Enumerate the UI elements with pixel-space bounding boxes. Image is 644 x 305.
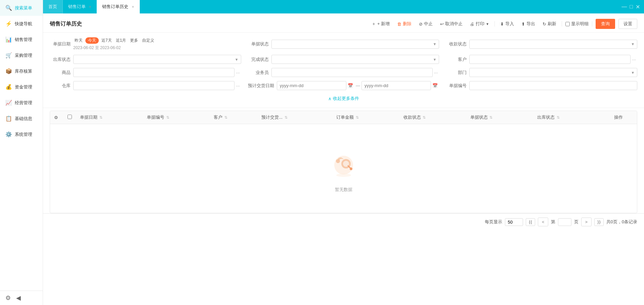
sidebar-item-sales-mgmt[interactable]: 📊 销售管理: [0, 32, 43, 47]
delete-button[interactable]: 🗑 删除: [395, 20, 414, 28]
th-delivery-status: 出库状态 ⇅: [533, 111, 600, 124]
stop-button[interactable]: ⊘ 中止: [417, 20, 435, 28]
th-expected-date-sort-icon[interactable]: ⇅: [285, 115, 288, 119]
expected-date-start[interactable]: [277, 81, 346, 90]
salesperson-dots-button[interactable]: ···: [433, 70, 439, 75]
refresh-button[interactable]: ↻ 刷新: [541, 20, 558, 28]
sidebar-item-label: 资金管理: [15, 84, 32, 90]
settings-button[interactable]: 设置: [618, 19, 637, 29]
date-btn-custom[interactable]: 自定义: [141, 37, 156, 44]
cancel-stop-icon: ↩: [440, 22, 444, 27]
th-order-no-label: 单据编号: [147, 115, 164, 120]
receipt-status-select[interactable]: [469, 40, 637, 49]
purchase-mgmt-icon: 🛒: [5, 52, 12, 59]
th-order-no-sort-icon[interactable]: ⇅: [166, 115, 169, 119]
table-settings-icon[interactable]: ⚙: [54, 115, 58, 120]
select-all-checkbox[interactable]: [68, 115, 72, 119]
completion-status-label: 完成状态: [248, 56, 271, 63]
last-page-button[interactable]: ⟩⟩: [594, 218, 604, 226]
tab-sales-order[interactable]: 销售订单 ×: [63, 0, 97, 13]
new-button[interactable]: ＋ + 新增: [370, 20, 392, 28]
th-date-sort-icon[interactable]: ⇅: [99, 115, 102, 119]
th-delivery-status-sort-icon[interactable]: ⇅: [557, 115, 560, 119]
tab-sales-order-history-close[interactable]: ×: [132, 5, 134, 9]
window-minimize-icon[interactable]: —: [621, 4, 627, 10]
prev-page-button[interactable]: ＜: [538, 218, 548, 226]
sidebar-item-quick-nav[interactable]: ⚡ 快捷导航: [0, 16, 43, 32]
salesperson-input[interactable]: [271, 68, 433, 77]
goods-dots-button[interactable]: ···: [234, 70, 241, 75]
warehouse-dots-button[interactable]: ···: [234, 83, 241, 88]
delivery-status-label: 出库状态: [50, 56, 73, 63]
th-amount-sort-icon[interactable]: ⇅: [356, 115, 359, 119]
window-maximize-icon[interactable]: □: [630, 4, 633, 10]
expected-date-end[interactable]: [361, 81, 431, 90]
toolbar-divider2: [562, 21, 562, 27]
table-wrapper: ⚙ 单据日期 ⇅ 单据编号 ⇅: [50, 111, 637, 213]
th-order-status-sort-icon[interactable]: ⇅: [489, 115, 492, 119]
total-text: 共0页，0条记录: [606, 219, 637, 225]
tab-sales-order-close[interactable]: ×: [89, 5, 91, 9]
th-amount-label: 订单金额: [336, 115, 354, 120]
stop-label: 中止: [424, 21, 433, 27]
customer-input[interactable]: [469, 55, 631, 64]
calendar-icon-end[interactable]: 📅: [431, 83, 439, 88]
date-btn-today[interactable]: 今天: [85, 37, 99, 44]
date-btn-7days[interactable]: 近7天: [100, 37, 113, 44]
first-page-button[interactable]: ⟨⟨: [526, 218, 535, 226]
order-no-input[interactable]: [469, 81, 637, 90]
sidebar-item-finance[interactable]: 💰 资金管理: [0, 79, 43, 95]
date-btn-more[interactable]: 更多: [129, 37, 139, 44]
sidebar-item-inventory[interactable]: 📦 库存核算: [0, 63, 43, 79]
delivery-status-select[interactable]: [73, 55, 241, 64]
th-receipt-status-sort-icon[interactable]: ⇅: [423, 115, 426, 119]
sidebar-collapse-icon[interactable]: ◀: [16, 294, 21, 302]
import-button[interactable]: ⬇ 导入: [498, 20, 516, 28]
page-size-select[interactable]: 10 20 50 100: [505, 218, 523, 226]
export-button[interactable]: ⬆ 导出: [519, 20, 537, 28]
page-label-end: 页: [574, 219, 578, 225]
svg-point-4: [350, 167, 352, 170]
cancel-stop-button[interactable]: ↩ 取消中止: [438, 20, 465, 28]
filter-goods: 商品 ···: [50, 68, 241, 77]
sidebar-bottom: ⚙ ◀: [0, 291, 43, 305]
th-customer-sort-icon[interactable]: ⇅: [224, 115, 227, 119]
completion-status-select[interactable]: [271, 55, 439, 64]
customer-dots-button[interactable]: ···: [631, 57, 637, 62]
sidebar-item-label: 基础信息: [15, 116, 32, 122]
tab-home[interactable]: 首页: [43, 0, 63, 13]
main-area: 首页 销售订单 × 销售订单历史 × — □ ✕ 销售订单历史 ＋ + 新增: [43, 0, 644, 305]
next-page-button[interactable]: ＞: [581, 218, 592, 226]
tab-sales-order-history[interactable]: 销售订单历史 ×: [97, 0, 139, 13]
print-button[interactable]: 🖨 打印 ▼: [468, 20, 491, 28]
basic-info-icon: 📋: [5, 115, 12, 122]
department-select[interactable]: [469, 68, 637, 77]
expected-date-label: 预计交货日期: [248, 83, 277, 89]
date-range-dash: —: [354, 83, 361, 88]
sidebar-item-sys-mgmt[interactable]: ⚙️ 系统管理: [0, 126, 43, 142]
show-detail-checkbox[interactable]: [565, 22, 570, 26]
query-button[interactable]: 查询: [596, 19, 615, 29]
sidebar-item-purchase-mgmt[interactable]: 🛒 采购管理: [0, 47, 43, 63]
sidebar-item-label: 销售管理: [15, 37, 32, 43]
sidebar-item-operations[interactable]: 📈 经营管理: [0, 95, 43, 111]
th-date-label: 单据日期: [80, 115, 97, 120]
date-btn-yesterday[interactable]: 昨天: [73, 37, 84, 44]
warehouse-input[interactable]: [73, 81, 234, 90]
th-delivery-status-label: 出库状态: [537, 115, 555, 120]
date-btn-1month[interactable]: 近1月: [115, 37, 128, 44]
goods-label: 商品: [50, 70, 73, 76]
sidebar-settings-icon[interactable]: ⚙: [5, 294, 11, 302]
window-close-icon[interactable]: ✕: [636, 4, 640, 10]
calendar-icon-start[interactable]: 📅: [346, 83, 354, 88]
th-customer: 客户 ⇅: [210, 111, 257, 124]
show-detail-checkbox-label[interactable]: 显示明细: [565, 21, 589, 27]
sidebar-item-search-menu[interactable]: 🔍 搜索菜单: [0, 0, 43, 16]
current-page-input[interactable]: 1: [558, 218, 571, 226]
goods-input[interactable]: [73, 68, 234, 77]
status-select[interactable]: [271, 40, 439, 49]
chevron-up-icon: ∧: [328, 96, 332, 101]
filter-row-3: 商品 ··· 业务员 ··· 部门 ▼: [50, 68, 637, 77]
sidebar-item-basic-info[interactable]: 📋 基础信息: [0, 111, 43, 126]
more-conditions-toggle[interactable]: ∧ 收起更多条件: [50, 94, 637, 103]
